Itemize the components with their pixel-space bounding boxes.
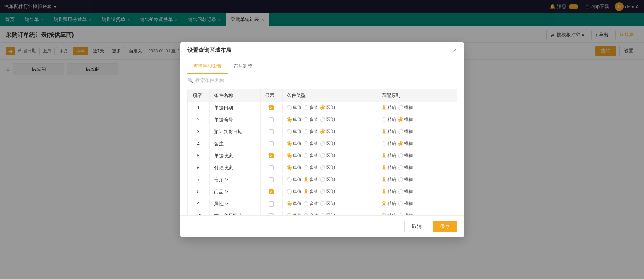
type-option[interactable]: 区间	[320, 141, 335, 147]
row-display[interactable]	[261, 139, 283, 149]
match-option[interactable]: 精确	[382, 177, 396, 183]
match-option[interactable]: 模糊	[398, 105, 413, 111]
modal-close-button[interactable]: ×	[453, 47, 457, 54]
radio-circle	[320, 201, 325, 206]
type-option[interactable]: 单值	[287, 153, 301, 159]
display-checkbox[interactable]	[269, 213, 274, 215]
type-option[interactable]: 多值	[304, 165, 318, 171]
type-option[interactable]: 单值	[287, 165, 301, 171]
row-name: 付款状态	[210, 162, 261, 174]
radio-circle	[382, 117, 386, 122]
radio-circle	[304, 213, 308, 215]
display-checkbox[interactable]	[269, 165, 274, 170]
row-match: 精确模糊	[377, 150, 450, 161]
search-input[interactable]	[195, 78, 268, 83]
match-option[interactable]: 模糊	[398, 177, 413, 183]
match-option[interactable]: 模糊	[398, 117, 413, 123]
radio-circle	[287, 165, 292, 170]
row-name: 单据编号	[210, 114, 261, 126]
type-option[interactable]: 单值	[287, 129, 301, 135]
match-option[interactable]: 精确	[382, 189, 396, 195]
type-option[interactable]: 区间	[320, 165, 335, 171]
row-display[interactable]	[261, 151, 283, 161]
type-option[interactable]: 单值	[287, 201, 301, 207]
row-display[interactable]	[261, 115, 283, 125]
type-option[interactable]: 区间	[320, 153, 335, 159]
radio-circle	[382, 201, 386, 206]
row-display[interactable]	[261, 103, 283, 113]
cancel-button[interactable]: 取消	[404, 221, 429, 232]
radio-circle	[320, 129, 325, 134]
display-checkbox[interactable]	[269, 129, 274, 134]
type-option[interactable]: 区间	[320, 213, 335, 215]
match-option[interactable]: 模糊	[398, 189, 413, 195]
row-display[interactable]	[261, 211, 283, 215]
radio-circle	[287, 117, 292, 122]
row-display[interactable]	[261, 163, 283, 173]
row-display[interactable]	[261, 187, 283, 197]
type-option[interactable]: 多值	[304, 201, 318, 207]
radio-circle	[382, 165, 386, 170]
display-checkbox[interactable]	[269, 105, 274, 110]
match-option[interactable]: 精确	[382, 153, 396, 159]
match-option[interactable]: 精确	[382, 165, 396, 171]
display-checkbox[interactable]	[269, 201, 274, 207]
row-display[interactable]	[261, 175, 283, 185]
table-row: 6付款状态单值多值区间精确模糊	[188, 162, 457, 174]
type-option[interactable]: 单值	[287, 189, 301, 195]
match-option[interactable]: 精确	[382, 201, 396, 207]
type-option[interactable]: 区间	[320, 201, 335, 207]
type-option[interactable]: 单值	[287, 117, 301, 123]
type-option[interactable]: 单值	[287, 105, 301, 111]
display-checkbox[interactable]	[269, 189, 274, 194]
type-option[interactable]: 多值	[304, 105, 318, 111]
display-checkbox[interactable]	[269, 153, 274, 158]
match-option[interactable]: 模糊	[398, 213, 413, 215]
match-option[interactable]: 精确	[382, 105, 396, 111]
match-option[interactable]: 精确	[382, 141, 396, 147]
type-option[interactable]: 区间	[320, 105, 335, 111]
type-option[interactable]: 多值	[304, 129, 318, 135]
match-option[interactable]: 模糊	[398, 141, 413, 147]
radio-circle	[320, 177, 325, 182]
radio-circle	[287, 189, 292, 194]
match-option[interactable]: 精确	[382, 129, 396, 135]
radio-circle	[398, 177, 403, 182]
row-order: 3	[188, 126, 210, 137]
radio-circle	[382, 153, 386, 158]
match-option[interactable]: 精确	[382, 213, 396, 215]
type-option[interactable]: 多值	[304, 177, 318, 183]
match-option[interactable]: 模糊	[398, 201, 413, 207]
display-checkbox[interactable]	[269, 177, 274, 182]
tab-layout-adjust[interactable]: 布局调整	[228, 59, 258, 74]
type-option[interactable]: 单值	[287, 141, 301, 147]
row-display[interactable]	[261, 199, 283, 209]
type-option[interactable]: 单值	[287, 213, 301, 215]
type-option[interactable]: 区间	[320, 177, 335, 183]
type-option[interactable]: 多值	[304, 117, 318, 123]
match-option[interactable]: 模糊	[398, 153, 413, 159]
col-header-match: 匹配原则	[377, 89, 450, 102]
type-option[interactable]: 多值	[304, 141, 318, 147]
type-option[interactable]: 多值	[304, 189, 318, 195]
radio-circle	[304, 165, 308, 170]
match-option[interactable]: 精确	[382, 117, 396, 123]
tab-query-fields[interactable]: 查询字段设置	[187, 59, 228, 74]
row-match: 精确模糊	[377, 198, 450, 209]
type-option[interactable]: 区间	[320, 189, 335, 195]
match-option[interactable]: 模糊	[398, 165, 413, 171]
type-option[interactable]: 区间	[320, 129, 335, 135]
type-option[interactable]: 多值	[304, 213, 318, 215]
save-button[interactable]: 保存	[433, 221, 457, 232]
type-option[interactable]: 区间	[320, 117, 335, 123]
settings-modal: 设置查询区域布局 × 查询字段设置 布局调整 🔍 顺序 条件名称	[180, 42, 464, 237]
row-display[interactable]	[261, 127, 283, 137]
type-option[interactable]: 单值	[287, 177, 301, 183]
radio-circle	[320, 165, 325, 170]
display-checkbox[interactable]	[269, 117, 274, 122]
display-checkbox[interactable]	[269, 141, 274, 146]
type-option[interactable]: 多值	[304, 153, 318, 159]
match-option[interactable]: 模糊	[398, 129, 413, 135]
row-name: 商品 ∨	[210, 186, 261, 198]
row-match: 精确模糊	[377, 210, 450, 215]
